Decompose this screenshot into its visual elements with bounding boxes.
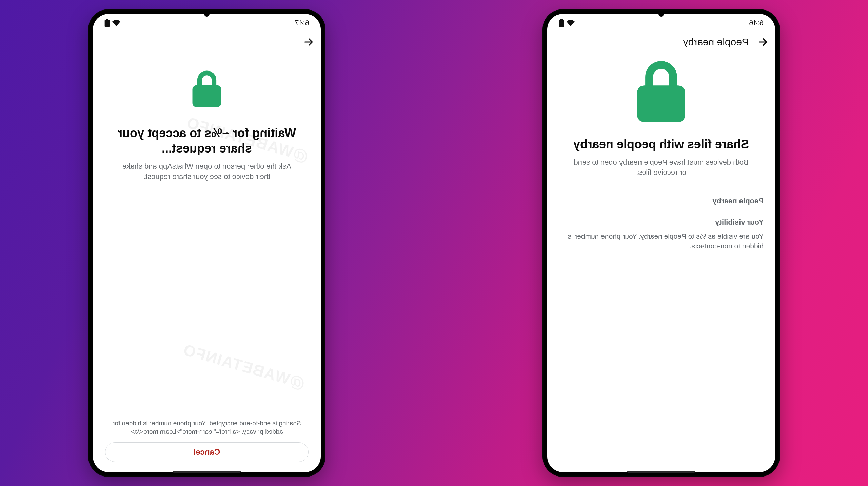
status-icons-right bbox=[559, 19, 575, 27]
status-time: 6:46 bbox=[749, 19, 764, 27]
section-your-visibility[interactable]: Your visibility You are visible as %s to… bbox=[557, 210, 765, 259]
svg-rect-0 bbox=[193, 85, 221, 107]
subtext: Both devices must have People nearby ope… bbox=[557, 157, 765, 177]
lock-illustration bbox=[557, 52, 765, 126]
appbar bbox=[93, 32, 321, 52]
svg-rect-1 bbox=[637, 85, 685, 122]
battery-icon bbox=[559, 19, 564, 27]
gradient-background: 6:47 @WABETAINFO @WABETAINFO bbox=[0, 0, 868, 486]
battery-icon bbox=[104, 19, 110, 27]
spacer bbox=[557, 259, 765, 472]
content-area: Share files with people nearby Both devi… bbox=[547, 52, 775, 472]
content-area: @WABETAINFO @WABETAINFO Waiting for ~%s … bbox=[93, 52, 321, 472]
phone-right: 6:46 People nearby bbox=[542, 9, 780, 477]
phone-left: 6:47 @WABETAINFO @WABETAINFO bbox=[88, 9, 326, 477]
screen-left: 6:47 @WABETAINFO @WABETAINFO bbox=[93, 14, 321, 472]
footer-encryption-note: Sharing is end-to-end encrypted. Your ph… bbox=[103, 419, 311, 436]
home-indicator[interactable] bbox=[173, 471, 241, 473]
wifi-icon bbox=[566, 20, 575, 26]
section-header: Your visibility bbox=[557, 210, 765, 231]
section-people-nearby[interactable]: People nearby bbox=[557, 189, 765, 210]
status-icons-right bbox=[104, 19, 121, 27]
back-icon[interactable] bbox=[757, 37, 768, 47]
headline-text: Waiting for ~%s to accept your share req… bbox=[103, 125, 311, 156]
cancel-button-label: Cancel bbox=[194, 447, 220, 457]
screen-right: 6:46 People nearby bbox=[547, 14, 775, 472]
camera-notch bbox=[204, 11, 210, 17]
lock-icon bbox=[190, 69, 224, 110]
lock-illustration bbox=[103, 52, 311, 110]
headline-text: Share files with people nearby bbox=[557, 137, 765, 152]
back-icon[interactable] bbox=[303, 37, 314, 47]
wifi-icon bbox=[112, 20, 121, 26]
section-header: People nearby bbox=[557, 189, 765, 210]
subtext: Ask the other person to open WhatsApp an… bbox=[103, 161, 311, 181]
status-time: 6:47 bbox=[295, 19, 309, 27]
appbar: People nearby bbox=[547, 32, 775, 52]
section-body: You are visible as %s to People nearby. … bbox=[557, 231, 765, 259]
lock-icon bbox=[632, 59, 690, 126]
section-list: People nearby Your visibility You are vi… bbox=[557, 189, 765, 259]
cancel-button[interactable]: Cancel bbox=[105, 442, 309, 462]
home-indicator[interactable] bbox=[627, 471, 695, 473]
spacer bbox=[103, 181, 311, 419]
status-bar: 6:46 bbox=[547, 14, 775, 32]
camera-notch bbox=[658, 11, 664, 17]
status-bar: 6:47 bbox=[93, 14, 321, 32]
appbar-title: People nearby bbox=[683, 36, 749, 48]
